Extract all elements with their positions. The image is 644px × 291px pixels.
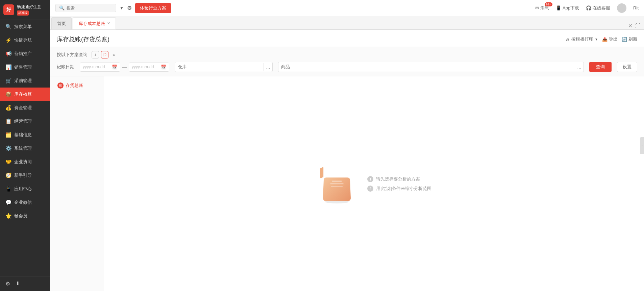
search-input[interactable] [67, 6, 107, 10]
filter-panel-item-label: 存货总账 [66, 82, 83, 89]
online-support-btn[interactable]: 🎧 在线客服 [586, 5, 610, 11]
date-end-input[interactable]: yyyy-mm-dd 📅 [129, 63, 169, 72]
settings-icon[interactable]: ⚙ [5, 281, 10, 287]
app-logo: 好 畅捷通好生意 标准版 [0, 0, 50, 20]
page-header: 库存总账(存货总账) 🖨 按模板打印 ▼ 📤 导出 🔄 刷新 [50, 30, 644, 47]
sidebar-item-finance[interactable]: 💰 资金管理 [0, 101, 50, 115]
resize-icon[interactable]: ⛶ [635, 23, 641, 29]
empty-illustration [317, 164, 357, 204]
refresh-btn[interactable]: 🔄 刷新 [622, 36, 637, 42]
sidebar-item-sales[interactable]: 📊 销售管理 [0, 60, 50, 74]
online-support-label: 在线客服 [593, 5, 610, 11]
username-label: Rit [633, 5, 639, 10]
finance-icon: 💰 [5, 105, 11, 111]
basic-icon: 🗂️ [5, 132, 11, 138]
sidebar-item-marketing[interactable]: 📢 营销推广 [0, 47, 50, 60]
tab-spacer [116, 29, 625, 29]
sidebar-item-basic[interactable]: 🗂️ 基础信息 [0, 128, 50, 142]
sidebar-item-apps[interactable]: 📱 应用中心 [0, 182, 50, 196]
print-template-btn[interactable]: 🖨 按模板打印 ▼ [566, 36, 598, 42]
date-start-input[interactable]: yyyy-mm-dd 📅 [80, 63, 120, 72]
message-icon: ✉ [535, 5, 539, 10]
filter-collapse-btn[interactable]: « [113, 52, 115, 57]
sidebar-item-enterprise[interactable]: 🤝 企业协同 [0, 155, 50, 169]
warehouse-more-btn[interactable]: … [264, 63, 272, 71]
sidebar-item-wechat[interactable]: 💬 企业微信 [0, 196, 50, 209]
right-edge-handle[interactable]: › [640, 137, 644, 154]
filter-panel-item-inventory[interactable]: 账 存货总账 [55, 80, 98, 91]
product-more-btn[interactable]: … [575, 63, 584, 71]
tab-bar-right: ✕ ⛶ [625, 23, 644, 29]
product-input[interactable] [293, 63, 575, 71]
sidebar-item-label-marketing: 营销推广 [14, 51, 32, 57]
user-avatar[interactable] [617, 3, 626, 13]
sidebar-item-shortcut[interactable]: ⚡ 快捷导航 [0, 33, 50, 47]
filter-actions: + ⚐ [92, 51, 108, 58]
logo-abbr: 好 [6, 7, 11, 13]
sidebar-item-system[interactable]: ⚙️ 系统管理 [0, 142, 50, 155]
date-end-placeholder: yyyy-mm-dd [132, 65, 154, 69]
industry-btn[interactable]: 体验行业方案 [135, 3, 171, 13]
sidebar-item-label-operation: 经营管理 [14, 118, 32, 124]
print-icon: 🖨 [566, 37, 570, 42]
marketing-icon: 📢 [5, 51, 11, 57]
filter-add-btn[interactable]: + [92, 51, 99, 58]
page-content: 库存总账(存货总账) 🖨 按模板打印 ▼ 📤 导出 🔄 刷新 [50, 30, 644, 291]
tab-close-icon[interactable]: ✕ [107, 21, 110, 26]
sidebar-item-label-shortcut: 快捷导航 [14, 37, 32, 43]
export-btn[interactable]: 📤 导出 [602, 36, 618, 42]
sidebar-item-search[interactable]: 🔍 搜索菜单 [0, 20, 50, 33]
sidebar-item-label-search: 搜索菜单 [14, 24, 32, 30]
settings-btn[interactable]: 设置 [617, 62, 637, 72]
collapse-arrow-icon: › [641, 144, 642, 147]
query-btn[interactable]: 查询 [589, 62, 612, 72]
date-label: 记账日期 [57, 64, 74, 70]
sidebar-item-label-apps: 应用中心 [14, 186, 32, 192]
tab-home-label: 首页 [57, 21, 66, 27]
inventory-icon: 📦 [5, 91, 11, 97]
date-start-calendar-icon[interactable]: 📅 [112, 65, 117, 70]
step-1-num: 1 [367, 176, 373, 182]
sidebar-item-label-purchase: 采购管理 [14, 78, 32, 84]
content-body: 账 存货总账 [50, 76, 644, 291]
sidebar-item-operation[interactable]: 📋 经营管理 [0, 115, 50, 128]
sidebar-item-guide[interactable]: 🧭 新手引导 [0, 169, 50, 182]
maximize-icon[interactable]: ✕ [628, 23, 633, 29]
content-main: 1 请先选择要分析的方案 2 用[过滤]条件来缩小分析范围 [104, 76, 644, 291]
message-btn[interactable]: ✉ 消息 99+ [535, 5, 549, 11]
wechat-icon: 💬 [5, 199, 11, 205]
date-range: yyyy-mm-dd 📅 — yyyy-mm-dd 📅 [80, 63, 169, 72]
refresh-label: 刷新 [628, 36, 637, 42]
logo-icon: 好 [3, 4, 14, 15]
filter-panel: 账 存货总账 [50, 76, 104, 291]
sidebar-item-inventory[interactable]: 📦 库存核算 [0, 88, 50, 101]
date-end-calendar-icon[interactable]: 📅 [161, 65, 166, 70]
tab-inventory-ledger[interactable]: 库存成本总账 ✕ [73, 17, 116, 29]
filter-fields-row: 记账日期 yyyy-mm-dd 📅 — yyyy-mm-dd 📅 仓库 [57, 62, 637, 72]
topbar-settings-icon[interactable]: ⚙ [127, 5, 132, 11]
warehouse-input[interactable] [189, 63, 264, 71]
audio-icon[interactable]: ⏸ [16, 281, 21, 287]
message-badge: 99+ [545, 2, 552, 6]
topbar: 🔍 ▼ ⚙ 体验行业方案 ✉ 消息 99+ 📱 App下载 🎧 在线客服 Rit [50, 0, 644, 16]
sidebar-item-member[interactable]: 🌟 畅会员 [0, 209, 50, 223]
filter-reset-btn[interactable]: ⚐ [101, 51, 108, 58]
tab-inventory-ledger-label: 库存成本总账 [79, 21, 105, 27]
topbar-search-box[interactable]: 🔍 [55, 4, 116, 12]
logo-text: 畅捷通好生意 [17, 4, 41, 10]
app-download-btn[interactable]: 📱 App下载 [556, 5, 579, 11]
date-field: 记账日期 [57, 64, 74, 70]
system-icon: ⚙️ [5, 145, 11, 151]
filter-row-top: 按以下方案查询 + ⚐ « [57, 51, 637, 58]
sidebar-item-label-guide: 新手引导 [14, 172, 32, 178]
tab-home[interactable]: 首页 [51, 17, 72, 29]
headset-icon: 🎧 [586, 5, 591, 10]
print-dropdown-icon[interactable]: ▼ [595, 38, 598, 41]
empty-step-1: 1 请先选择要分析的方案 [367, 176, 431, 182]
logo-badge: 标准版 [17, 10, 29, 16]
sidebar-bottom: ⚙ ⏸ [0, 276, 50, 291]
guide-icon: 🧭 [5, 172, 11, 178]
nav-dropdown-arrow[interactable]: ▼ [120, 6, 124, 10]
sidebar-item-purchase[interactable]: 🛒 采购管理 [0, 74, 50, 88]
page-title: 库存总账(存货总账) [57, 35, 109, 43]
